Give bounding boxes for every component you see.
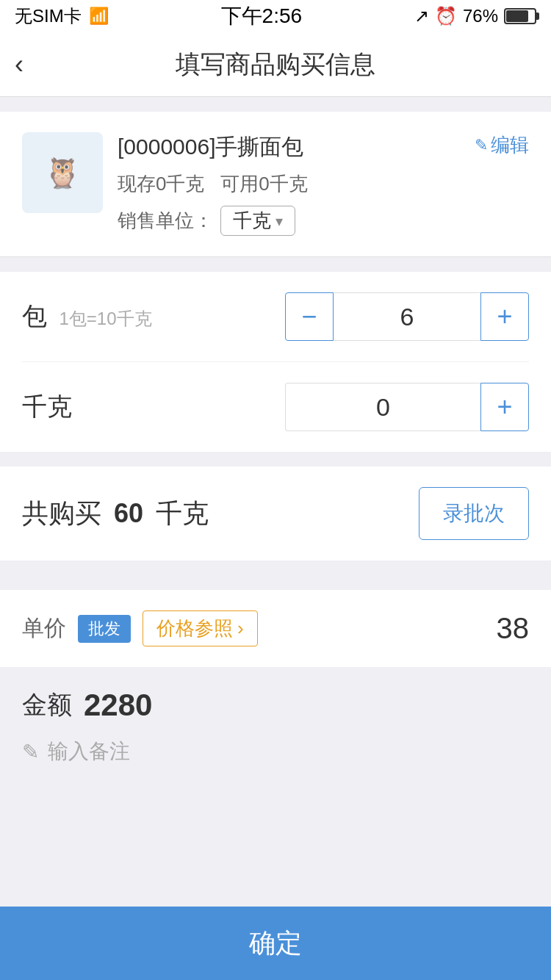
input-controls-kg: + [285,383,529,431]
price-ref-arrow: › [237,617,244,640]
input-section: 包 1包=10千克 − + 千克 + [0,272,551,452]
amount-label: 金额 [22,688,72,722]
product-card: 🦉 [0000006]手撕面包 现存0千克 可用0千克 销售单位： 千克 ▾ ✎… [0,112,551,256]
record-batch-button[interactable]: 录批次 [419,487,529,540]
quantity-input-bao[interactable] [334,292,480,341]
unit-arrow: ▾ [276,212,283,230]
note-row[interactable]: ✎ 输入备注 [22,738,529,780]
summary-value: 60 [114,498,143,528]
battery-text: 76% [463,6,498,26]
price-type-tag: 批发 [78,615,131,643]
product-thumb-icon: 🦉 [44,156,81,190]
edit-icon: ✎ [475,136,488,155]
summary-text: 共购买 60 千克 [22,496,209,532]
unit-selector[interactable]: 千克 ▾ [220,206,295,236]
price-label: 单价 [22,613,66,644]
price-row: 单价 批发 价格参照 › 38 [22,610,529,646]
plus-button-bao[interactable]: + [480,292,529,341]
nav-bar: ‹ 填写商品购买信息 [0,32,551,97]
input-controls-bao: − + [285,292,529,341]
location-icon: ↗ [414,6,429,26]
section-gap-2 [0,452,551,466]
confirm-button[interactable]: 确定 [0,907,551,980]
edit-button[interactable]: ✎ 编辑 [475,132,529,158]
summary-section: 共购买 60 千克 录批次 [0,466,551,561]
amount-row: 金额 2280 [22,688,529,723]
back-button[interactable]: ‹ [15,49,24,80]
input-label-kg: 千克 [22,390,72,424]
status-bar: 无SIM卡 📶 下午2:56 ↗ ⏰ 76% [0,0,551,32]
product-thumbnail: 🦉 [22,132,103,213]
minus-button-bao[interactable]: − [285,292,334,341]
product-info: [0000006]手撕面包 现存0千克 可用0千克 销售单位： 千克 ▾ [118,132,460,236]
price-value: 38 [497,612,530,645]
page-title: 填写商品购买信息 [176,48,375,82]
status-carrier: 无SIM卡 📶 [15,4,109,28]
product-name: [0000006]手撕面包 [118,132,460,162]
input-row-bao: 包 1包=10千克 − + [22,272,529,362]
wifi-icon: 📶 [89,7,109,26]
input-label-bao: 包 1包=10千克 [22,300,152,334]
section-gap-3 [0,561,551,575]
note-icon: ✎ [22,740,39,764]
amount-section: 金额 2280 ✎ 输入备注 [0,667,551,780]
quantity-input-kg[interactable] [285,383,480,431]
price-section: 单价 批发 价格参照 › 38 [0,590,551,667]
note-placeholder: 输入备注 [48,738,130,765]
amount-value: 2280 [84,688,152,723]
carrier-text: 无SIM卡 [15,4,82,28]
price-reference-button[interactable]: 价格参照 › [143,610,258,646]
product-stock: 现存0千克 可用0千克 [118,171,460,197]
status-time: 下午2:56 [221,2,303,30]
battery-icon [504,8,536,24]
divider-top [0,97,551,112]
section-gap-1 [0,257,551,272]
input-row-kg: 千克 + [22,362,529,452]
status-right: ↗ ⏰ 76% [414,6,536,26]
plus-button-kg[interactable]: + [480,383,529,431]
alarm-icon: ⏰ [435,6,457,26]
product-unit: 销售单位： 千克 ▾ [118,206,460,236]
